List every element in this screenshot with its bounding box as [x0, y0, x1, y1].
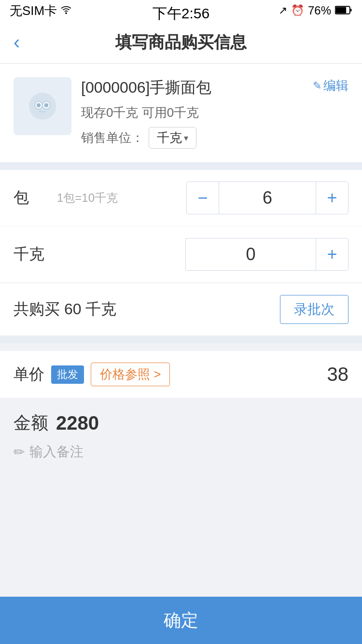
- edit-button[interactable]: ✎ 编辑: [313, 77, 348, 94]
- note-icon: ✏: [14, 444, 25, 460]
- product-name: [0000006]手撕面包: [81, 77, 211, 98]
- price-tag: 批发: [51, 365, 84, 384]
- unit-label: 销售单位：: [81, 129, 144, 146]
- plus-icon-kg: +: [327, 244, 337, 265]
- note-placeholder: 输入备注: [29, 443, 84, 461]
- bao-input-row: 包 1包=10千克 − +: [0, 170, 362, 226]
- divider-2: [0, 336, 362, 343]
- bao-hint: 1包=10千克: [57, 190, 186, 206]
- edit-label: 编辑: [323, 77, 348, 94]
- empty-space: [0, 469, 362, 594]
- product-image: [14, 77, 71, 135]
- chevron-down-icon: ▾: [184, 133, 188, 143]
- bao-plus-button[interactable]: +: [316, 182, 348, 214]
- status-time: 下午2:56: [153, 4, 209, 24]
- status-bar: 无SIM卡 下午2:56 ↗ ⏰ 76%: [0, 0, 362, 21]
- amount-label: 金额: [14, 411, 48, 435]
- amount-section: 金额 2280 ✏ 输入备注: [0, 398, 362, 469]
- kg-quantity-control: +: [185, 238, 348, 271]
- note-row[interactable]: ✏ 输入备注: [14, 443, 348, 461]
- price-section: 单价 批发 价格参照 > 38: [0, 351, 362, 398]
- amount-row: 金额 2280: [14, 411, 348, 435]
- bao-quantity-control: − +: [186, 182, 348, 214]
- location-icon: ↗: [278, 4, 287, 17]
- unit-value: 千克: [157, 129, 182, 146]
- minus-icon: −: [197, 188, 208, 208]
- divider-1: [0, 162, 362, 170]
- svg-point-7: [44, 103, 48, 107]
- price-row: 单价 批发 价格参照 > 38: [14, 363, 348, 386]
- kg-quantity-input[interactable]: [185, 238, 316, 271]
- bao-label: 包: [14, 187, 52, 209]
- input-section: 包 1包=10千克 − + 千克 + 共购买 60 千克 录批次: [0, 170, 362, 336]
- plus-icon: +: [327, 188, 337, 208]
- page-title: 填写商品购买信息: [115, 31, 247, 54]
- product-section: [0000006]手撕面包 ✎ 编辑 现存0千克 可用0千克 销售单位： 千克 …: [0, 64, 362, 162]
- confirm-button[interactable]: 确定: [0, 597, 362, 644]
- back-icon: ‹: [14, 31, 20, 53]
- price-ref-label: 价格参照 >: [100, 366, 161, 383]
- kg-input-row: 千克 +: [0, 226, 362, 283]
- product-stock: 现存0千克 可用0千克: [81, 104, 348, 121]
- product-info: [0000006]手撕面包 ✎ 编辑 现存0千克 可用0千克 销售单位： 千克 …: [81, 77, 348, 149]
- summary-text: 共购买 60 千克: [14, 299, 116, 320]
- unit-select[interactable]: 千克 ▾: [149, 127, 196, 149]
- svg-point-6: [37, 103, 41, 107]
- alarm-icon: ⏰: [291, 4, 304, 17]
- status-left: 无SIM卡: [10, 2, 71, 19]
- svg-rect-2: [335, 7, 346, 14]
- kg-plus-button[interactable]: +: [316, 238, 348, 271]
- price-label: 单价: [14, 364, 44, 385]
- kg-label: 千克: [14, 244, 52, 265]
- bao-quantity-input[interactable]: [219, 182, 316, 214]
- price-value: 38: [327, 364, 349, 385]
- product-unit-row: 销售单位： 千克 ▾: [81, 127, 348, 149]
- bao-minus-button[interactable]: −: [186, 182, 219, 214]
- carrier-label: 无SIM卡: [10, 2, 57, 19]
- batch-button[interactable]: 录批次: [280, 295, 348, 324]
- amount-value: 2280: [56, 412, 99, 434]
- nav-bar: ‹ 填写商品购买信息: [0, 21, 362, 64]
- edit-icon: ✎: [313, 80, 321, 92]
- battery-label: 76%: [308, 4, 331, 17]
- status-right: ↗ ⏰ 76%: [278, 4, 352, 17]
- back-button[interactable]: ‹: [14, 31, 20, 53]
- price-ref-button[interactable]: 价格参照 >: [91, 363, 170, 386]
- summary-row: 共购买 60 千克 录批次: [0, 283, 362, 336]
- wifi-icon: [61, 3, 71, 18]
- svg-point-0: [66, 13, 67, 14]
- product-header-row: [0000006]手撕面包 ✎ 编辑: [81, 77, 348, 104]
- battery-icon: [335, 4, 352, 17]
